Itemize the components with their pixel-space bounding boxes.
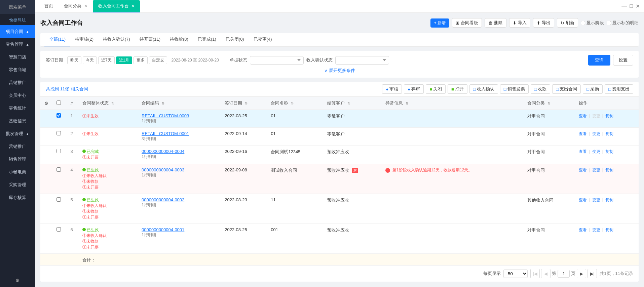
row6-contract-link[interactable]: 0000000000004-0001 [142,227,217,232]
date-btn-custom[interactable]: 自定义 [149,56,167,64]
sidebar-item-retail-stats[interactable]: 零售统计 [0,102,35,115]
sidebar-item-project-contract[interactable]: 项目合同 ▲ [0,25,35,38]
status-tab-pending-payment[interactable]: 待收款(8) [165,33,193,46]
sales-invoice-btn[interactable]: □ 销售发票 [500,84,529,94]
row5-checkbox[interactable] [56,197,61,202]
row5-change-link[interactable]: 变更 [592,197,600,203]
sidebar-item-inventory[interactable]: 库存核算 [0,191,35,204]
select-all-checkbox[interactable] [56,100,61,105]
row6-change-link[interactable]: 变更 [592,227,600,233]
expand-conditions[interactable]: ∨ 展开更多条件 [46,66,633,74]
row5-view-link[interactable]: 查看 [579,197,587,203]
row3-view-link[interactable]: 查看 [579,149,587,155]
sidebar-item-xiaochu[interactable]: 小畅电商 [0,166,35,178]
show-fields-checkbox[interactable]: 显示阶段 [581,20,604,26]
prev-page-btn[interactable]: ◀ [541,269,551,278]
next-page-btn[interactable]: ▶ [577,269,586,278]
col-settlement-customer[interactable]: 结算客户 ⇅ [323,97,381,110]
status-tab-pending-confirm[interactable]: 待收入确认(7) [98,33,135,46]
tab-close-income-contract[interactable]: ✕ [131,4,135,8]
row6-view-link[interactable]: 查看 [579,227,587,233]
query-button[interactable]: 查询 [588,55,610,66]
col-sign-date[interactable]: 签订日期 ⇅ [221,97,267,110]
sidebar-settings-icon[interactable]: ⚙ [0,274,35,287]
maximize-btn[interactable]: □ [630,3,633,9]
row3-contract-link[interactable]: 0000000000004-0004 [142,149,217,154]
sidebar-item-marketing2[interactable]: 营销推广 [0,140,35,153]
row4-checkbox-cell[interactable] [52,164,65,194]
tab-income-contract[interactable]: 收入合同工作台 ✕ [93,0,140,12]
status-tab-completed[interactable]: 已完成(1) [193,33,221,46]
status-tab-all[interactable]: 全部(11) [44,33,70,46]
row5-checkbox-cell[interactable] [52,194,65,224]
row2-contract-link[interactable]: RETAIL_CUSTOM-0001 [142,131,217,136]
purchase-btn[interactable]: □ 采购 [583,84,603,94]
row1-view-link[interactable]: 查看 [579,113,587,119]
row2-view-link[interactable]: 查看 [579,131,587,137]
contract-board-button[interactable]: ⊞ 合同看板 [452,18,482,28]
payment-btn[interactable]: □ 收款 [531,84,551,94]
row4-view-link[interactable]: 查看 [579,167,587,173]
col-checkbox[interactable] [52,97,65,110]
row6-checkbox[interactable] [56,227,61,232]
sidebar-item-wholesale-mgmt[interactable]: 批发管理 ▲ [0,127,35,140]
minimize-btn[interactable]: — [621,3,627,9]
doc-status-select[interactable] [250,56,304,65]
row5-copy-link[interactable]: 复制 [605,197,613,203]
open-btn[interactable]: ■ 打开 [448,84,467,94]
sidebar-item-member-center[interactable]: 会员中心 [0,89,35,102]
col-abnormal-info[interactable]: 异常信息 ⇅ [381,97,523,110]
col-contract-code[interactable]: 合同编码 ⇅ [138,97,221,110]
row4-change-link[interactable]: 变更 [592,167,600,173]
status-tab-pending-invoice[interactable]: 待开票(11) [135,33,165,46]
show-detail-checkbox[interactable]: 显示标的明细 [607,20,639,26]
status-tab-changed[interactable]: 已变更(4) [249,33,277,46]
row4-checkbox[interactable] [56,167,61,172]
last-page-btn[interactable]: ▶| [588,269,597,278]
sidebar-item-smart-store[interactable]: 智慧门店 [0,51,35,64]
row2-change-link[interactable]: 变更 [592,131,600,137]
income-confirm-select[interactable] [335,56,389,65]
filter-settings-button[interactable]: 设置 [613,55,633,66]
close-btn[interactable]: ✕ [636,3,640,9]
row1-checkbox-cell[interactable] [52,110,65,128]
cost-out-btn[interactable]: □ 费用支出 [605,84,633,94]
row3-checkbox-cell[interactable] [52,146,65,164]
row4-copy-link[interactable]: 复制 [605,167,613,173]
sidebar-item-retail-mgmt[interactable]: 零售管理 ▲ [0,38,35,51]
row5-contract-link[interactable]: 0000000000004-0002 [142,197,217,202]
tab-contract-category[interactable]: 合同分类 ✕ [59,0,93,12]
row6-checkbox-cell[interactable] [52,224,65,254]
page-size-select[interactable]: 50 100 [503,270,528,278]
expense-out-btn[interactable]: □ 支出合同 [552,84,581,94]
row1-copy-link[interactable]: 复制 [605,113,613,119]
status-tab-closed[interactable]: 已关闭(0) [221,33,249,46]
date-btn-yesterday[interactable]: 昨天 [67,56,81,64]
col-contract-name[interactable]: 合同名称 ⇅ [267,97,323,110]
date-btn-more[interactable]: 更多 [134,56,148,64]
row2-copy-link[interactable]: 复制 [605,131,613,137]
row1-contract-link[interactable]: RETAIL_CUSTOM-0003 [142,113,217,118]
sidebar-item-retail-mall[interactable]: 零售商城 [0,64,35,76]
row3-change-link[interactable]: 变更 [592,149,600,155]
income-confirm-btn[interactable]: □ 收入确认 [469,84,498,94]
row4-contract-link[interactable]: 0000000000004-0003 [142,167,217,172]
sidebar-item-sales-mgmt[interactable]: 销售管理 [0,153,35,166]
row3-checkbox[interactable] [56,149,61,153]
tab-home[interactable]: 首页 [39,0,59,12]
audit-btn[interactable]: ● 审核 [382,84,402,94]
first-page-btn[interactable]: |◀ [530,269,540,278]
new-button[interactable]: + 新增 [430,18,449,28]
tab-close-contract-category[interactable]: ✕ [84,4,87,8]
col-contract-category[interactable]: 合同分类 ⇅ [523,97,575,110]
row2-checkbox-cell[interactable] [52,128,65,146]
row2-checkbox[interactable] [56,131,61,135]
sidebar-item-marketing[interactable]: 营销推广 [0,76,35,89]
sidebar-item-base-info[interactable]: 基础信息 [0,115,35,127]
import-button[interactable]: ⬇ 导入 [509,18,530,28]
abandon-btn[interactable]: ● 弃审 [404,84,424,94]
sidebar-item-purchase-mgmt[interactable]: 采购管理 [0,178,35,191]
date-btn-last1m[interactable]: 近1月 [116,56,132,64]
row6-copy-link[interactable]: 复制 [605,227,613,233]
refresh-button[interactable]: ↻ 刷新 [557,18,578,28]
